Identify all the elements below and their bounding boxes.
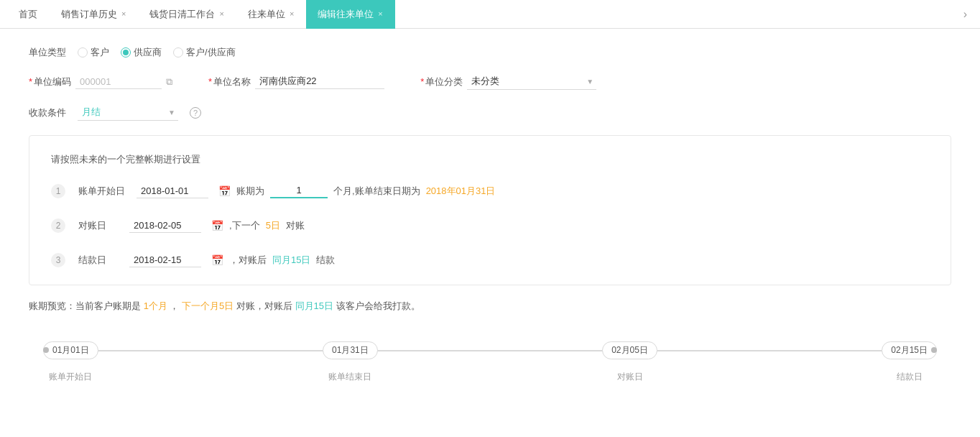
unit-code-input[interactable] [75, 75, 162, 89]
timeline-badge-4: 02月15日 [882, 341, 937, 359]
unit-type-row: 单位类型 客户 供应商 客户/供应商 [29, 46, 951, 59]
preview-reconcile-day: 下一个月5日 [182, 300, 234, 311]
period-row-1: 1 账单开始日 📅 账期为 个月,账单结束日期为 2018年01月31日 [51, 183, 929, 198]
period-text-pre-2: ,下一个 [229, 219, 260, 232]
required-star-code: * [29, 76, 32, 87]
calendar-icon-1[interactable]: 📅 [218, 185, 231, 197]
timeline-end-dot [931, 347, 937, 353]
radio-supplier-circle [121, 47, 131, 58]
help-icon[interactable]: ? [190, 107, 201, 119]
period-label-1: 账单开始日 [78, 185, 125, 198]
payment-condition-select[interactable]: 月结 ▼ [78, 104, 178, 121]
radio-supplier[interactable]: 供应商 [121, 46, 162, 59]
unit-category-arrow: ▼ [583, 78, 596, 86]
timeline-badge-2: 01月31日 [323, 341, 378, 359]
unit-name-input[interactable] [255, 75, 384, 89]
unit-category-label: 单位分类 [425, 75, 463, 88]
period-text-suffix-1: 个月,账单结束日期为 [333, 185, 420, 198]
radio-both[interactable]: 客户/供应商 [173, 46, 236, 59]
tab-edit-counterpart[interactable]: 编辑往来单位 × [306, 0, 394, 29]
unit-category-select[interactable]: 未分类 ▼ [467, 73, 596, 90]
tab-counterpart[interactable]: 往来单位 × [236, 0, 306, 29]
timeline-label-2: 账单结束日 [328, 371, 371, 383]
period-date-2[interactable] [129, 218, 201, 233]
tab-more-button[interactable]: › [958, 8, 973, 21]
payment-condition-row: 收款条件 月结 ▼ ? [29, 104, 951, 121]
close-cash-work[interactable]: × [219, 10, 223, 18]
period-num-2: 2 [51, 218, 65, 233]
timeline-badge-3: 02月05日 [602, 341, 657, 359]
payment-condition-label: 收款条件 [29, 106, 66, 119]
unit-name-label: 单位名称 [213, 75, 251, 88]
period-text-pre-3: ，对账后 [229, 254, 267, 267]
period-highlight-2: 5日 [266, 219, 280, 232]
unit-type-label: 单位类型 [29, 46, 66, 59]
radio-customer[interactable]: 客户 [78, 46, 109, 59]
calendar-icon-3[interactable]: 📅 [211, 254, 223, 266]
timeline-node-4: 02月15日 结款日 [882, 341, 937, 383]
period-date-3[interactable] [129, 253, 201, 267]
preview-months: 1个月 [144, 300, 167, 311]
close-counterpart[interactable]: × [290, 10, 294, 18]
close-sales-history[interactable]: × [121, 10, 126, 18]
unit-category-group: * 单位分类 未分类 ▼ [420, 73, 596, 90]
required-star-name: * [208, 76, 212, 87]
account-preview: 账期预览：当前客户账期是 1个月 ， 下一个月5日 对账，对账后 同月15日 该… [29, 300, 951, 313]
calendar-icon-2[interactable]: 📅 [211, 220, 223, 231]
unit-info-row: * 单位编码 ⧉ * 单位名称 * 单位分类 未分类 ▼ [29, 73, 951, 90]
timeline-nodes: 01月01日 账单开始日 01月31日 账单结束日 02月05日 对账日 02月… [43, 341, 937, 383]
timeline-label-4: 结款日 [897, 371, 923, 383]
payment-condition-arrow: ▼ [165, 109, 178, 116]
tab-bar: 首页 销售订单历史 × 钱货日清工作台 × 往来单位 × 编辑往来单位 × › [0, 0, 980, 29]
period-label-3: 结款日 [78, 254, 118, 267]
timeline-badge-1: 01月01日 [43, 341, 98, 359]
timeline-node-1: 01月01日 账单开始日 [43, 341, 98, 383]
period-num-1: 1 [51, 184, 65, 198]
main-content: 单位类型 客户 供应商 客户/供应商 * 单位编码 ⧉ * 单位名称 [0, 29, 980, 437]
unit-code-group: * 单位编码 ⧉ [29, 75, 172, 89]
unit-code-label: 单位编码 [34, 75, 71, 88]
close-edit-counterpart[interactable]: × [378, 10, 382, 18]
period-label-2: 对账日 [78, 219, 118, 232]
timeline-start-dot [43, 347, 49, 353]
timeline-label-3: 对账日 [617, 371, 643, 383]
payment-condition-value: 月结 [78, 104, 165, 120]
timeline-node-3: 02月05日 对账日 [602, 341, 657, 383]
period-months-input[interactable] [270, 183, 328, 198]
radio-customer-circle [78, 47, 88, 58]
unit-name-group: * 单位名称 [208, 75, 384, 89]
unit-category-value: 未分类 [467, 73, 583, 89]
timeline-node-2: 01月31日 账单结束日 [323, 341, 378, 383]
period-num-3: 3 [51, 253, 65, 267]
tab-cash-work[interactable]: 钱货日清工作台 × [138, 0, 236, 29]
timeline: 01月01日 账单开始日 01月31日 账单结束日 02月05日 对账日 02月… [29, 334, 951, 405]
preview-payment-day: 同月15日 [295, 300, 333, 311]
timeline-label-1: 账单开始日 [49, 371, 92, 383]
period-date-1[interactable] [137, 184, 208, 198]
copy-icon[interactable]: ⧉ [166, 76, 172, 88]
period-text-post-2: 对账 [286, 219, 305, 232]
radio-both-circle [173, 47, 183, 58]
period-box-title: 请按照未来的一个完整帐期进行设置 [51, 153, 929, 166]
period-text-prefix-1: 账期为 [236, 185, 264, 198]
period-row-3: 3 结款日 📅 ，对账后 同月15日 结款 [51, 253, 929, 267]
period-highlight-3: 同月15日 [272, 254, 310, 267]
period-end-date: 2018年01月31日 [426, 185, 496, 198]
required-star-cat: * [420, 76, 424, 87]
tab-home[interactable]: 首页 [7, 0, 50, 29]
period-text-post-3: 结款 [316, 254, 335, 267]
period-settings-box: 请按照未来的一个完整帐期进行设置 1 账单开始日 📅 账期为 个月,账单结束日期… [29, 135, 951, 285]
radio-group-unit-type: 客户 供应商 客户/供应商 [78, 46, 236, 59]
period-row-2: 2 对账日 📅 ,下一个 5日 对账 [51, 218, 929, 233]
tab-sales-history[interactable]: 销售订单历史 × [50, 0, 138, 29]
